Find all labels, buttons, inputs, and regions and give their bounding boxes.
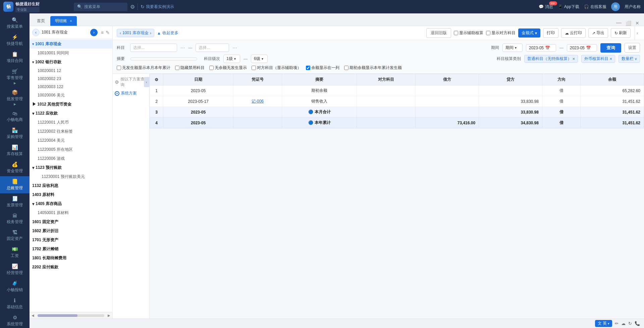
- subject-filter-input2[interactable]: 选择...: [196, 44, 229, 52]
- cb-no-amount[interactable]: 无发生额显示本月本年累计: [117, 65, 170, 71]
- filter-settings-label[interactable]: 按以下方案查询: [120, 76, 147, 88]
- window-maximize-btn[interactable]: ⬜: [624, 20, 633, 26]
- lang-switch-btn[interactable]: 文 英 ▾: [595, 320, 612, 327]
- tag1-remove-icon[interactable]: ×: [573, 56, 575, 61]
- col-voucher[interactable]: 凭证号: [233, 74, 282, 85]
- sidebar-item-search[interactable]: 🔍 搜索菜单: [0, 15, 30, 32]
- sidebar-item-expense[interactable]: 🧳 小畅报销: [0, 278, 30, 295]
- sidebar-item-funds[interactable]: 💰 资金管理: [0, 159, 30, 176]
- show-aux-checkbox[interactable]: 显示辅助核算: [454, 30, 483, 36]
- print-btn[interactable]: 打印: [543, 28, 558, 38]
- period-end-input[interactable]: 2023-05 📅: [567, 44, 597, 52]
- tree-item-1403[interactable]: 1403 原材料: [30, 190, 112, 199]
- status-edit-icon[interactable]: ✏: [615, 321, 619, 326]
- tree-item-1001[interactable]: ▾ 1001 库存现金: [30, 40, 112, 49]
- sidebar-item-retail[interactable]: 🛒 零售管理 ▶: [0, 66, 30, 87]
- tree-item-10020002[interactable]: 10020002 23: [30, 75, 112, 83]
- sidebar-item-mgmt[interactable]: 📈 经营管理: [0, 261, 30, 278]
- scheme-item-system[interactable]: ● 系统方案: [115, 90, 147, 96]
- tree-item-2202[interactable]: 2202 应付账款: [30, 263, 112, 272]
- tree-item-1602[interactable]: 1602 累计折旧: [30, 226, 112, 236]
- online-service-btn[interactable]: 🎧 在线客服: [584, 4, 606, 10]
- tab-detail[interactable]: 明细账 ×: [50, 16, 77, 26]
- sidebar-item-ecommerce[interactable]: 🛍 小畅电商: [0, 108, 30, 125]
- status-phone-icon[interactable]: 📞: [635, 321, 640, 326]
- status-sync-icon[interactable]: ↻: [628, 321, 632, 326]
- tree-item-1405[interactable]: ▾ 1405 库存商品: [30, 199, 112, 208]
- sidebar-item-inventory[interactable]: 📊 库存核算: [0, 142, 30, 159]
- tree-item-14050001[interactable]: 14050001 原材料: [30, 208, 112, 217]
- category-tag-3[interactable]: 数量栏 ∨: [619, 55, 640, 63]
- tree-item-1801[interactable]: 1801 长期待摊费用: [30, 254, 112, 263]
- tree-scroll-bar[interactable]: [38, 314, 104, 317]
- settings-icon[interactable]: ⚙: [130, 4, 135, 10]
- sidebar-item-assets[interactable]: 🏗 固定资产: [0, 227, 30, 244]
- sidebar-item-sysconfig[interactable]: ⚙ 系统管理: [0, 312, 30, 328]
- period-start-input[interactable]: 2023-05 📅: [526, 44, 556, 52]
- tree-item-10020001[interactable]: 10020001 12: [30, 67, 112, 75]
- message-btn[interactable]: 💬 消息 99+: [539, 4, 553, 10]
- level-end-select[interactable]: 6级 ▾: [251, 55, 268, 63]
- sidebar-item-purchase[interactable]: 🏪 采购管理: [0, 125, 30, 142]
- window-minimize-btn[interactable]: —: [614, 20, 624, 26]
- summary-input[interactable]: [130, 58, 197, 60]
- query-btn[interactable]: 查询: [600, 43, 621, 53]
- tree-item-1601[interactable]: 1601 固定资产: [30, 217, 112, 226]
- tree-item-10010001[interactable]: 10010001 同同同: [30, 49, 112, 58]
- sidebar-item-invoice[interactable]: 🧾 发票管理: [0, 193, 30, 210]
- tab-home[interactable]: 首页: [32, 16, 50, 26]
- sidebar-item-salary[interactable]: 💵 工资: [0, 244, 30, 261]
- tree-item-1012[interactable]: ▶ 1012 其他货币资金: [30, 100, 112, 109]
- tree-item-11220004[interactable]: 11220004 美元: [30, 136, 112, 145]
- period-type-select[interactable]: 期间 ▾: [502, 44, 523, 52]
- subject-tag[interactable]: ‹ 1001 库存现金 ›: [117, 29, 154, 37]
- app-download-btn[interactable]: 📱 App下载: [558, 4, 579, 10]
- window-close-btn[interactable]: ✕: [633, 20, 641, 26]
- status-cloud-icon[interactable]: ☁: [621, 321, 626, 326]
- tab-close-icon[interactable]: ×: [70, 19, 72, 23]
- account-edit-icon[interactable]: ✎: [106, 30, 110, 35]
- category-tag-2[interactable]: 外币核算科目 ×: [581, 55, 615, 63]
- tree-item-11220005[interactable]: 11220005 所在地区: [30, 145, 112, 154]
- tree-item-11220002[interactable]: 11220002 往来标签: [30, 127, 112, 136]
- tree-item-1701[interactable]: 1701 无形资产: [30, 236, 112, 245]
- tree-item-1002[interactable]: ▾ 1002 银行存款: [30, 58, 112, 67]
- cb-hide-disabled[interactable]: 隐藏禁用科目: [175, 65, 205, 71]
- filter-dots2[interactable]: ···: [232, 45, 237, 51]
- sidebar-item-wholesale[interactable]: 📦 批发管理 ▶: [0, 87, 30, 108]
- user-avatar[interactable]: 用: [611, 2, 620, 11]
- cloud-print-btn[interactable]: ☁ 云打印: [561, 28, 586, 38]
- show-contra-checkbox[interactable]: 显示对方科目: [486, 30, 516, 36]
- tree-item-11220001[interactable]: 11220001 人民币: [30, 118, 112, 127]
- col-gear[interactable]: ⚙: [150, 74, 163, 85]
- sidebar-item-quicknav[interactable]: ⚡ 快捷导航: [0, 32, 30, 49]
- col-contra[interactable]: 对方科目: [357, 74, 416, 85]
- col-credit[interactable]: 贷方: [479, 74, 542, 85]
- subject-filter-input[interactable]: 选择...: [130, 44, 177, 52]
- demo-link[interactable]: ↻ 我要看实例演示: [141, 4, 174, 10]
- panel-toggle-btn[interactable]: ‹: [635, 26, 640, 40]
- tag2-remove-icon[interactable]: ×: [609, 56, 612, 61]
- refresh-btn[interactable]: ↻ 刷新: [611, 28, 631, 38]
- cb-balance-col[interactable]: 余额显示在一列: [306, 65, 339, 71]
- col-summary[interactable]: 摘要: [282, 74, 357, 85]
- sidebar-item-tax[interactable]: 🏛 税务管理: [0, 210, 30, 227]
- row2-voucher[interactable]: 记-006: [233, 96, 282, 107]
- col-debit[interactable]: 借方: [416, 74, 479, 85]
- cb-no-balance[interactable]: 无余额无发生显示: [209, 65, 247, 71]
- sidebar-item-basic[interactable]: ℹ 基础信息: [0, 295, 30, 312]
- tree-item-1123[interactable]: ▾ 1123 预付账款: [30, 163, 112, 172]
- col-direction[interactable]: 方向: [542, 74, 580, 85]
- account-nav-prev[interactable]: ‹: [32, 29, 40, 36]
- expand-btn[interactable]: ▲ 收起更多: [157, 30, 178, 36]
- tree-item-1702[interactable]: 1702 累计摊销: [30, 245, 112, 254]
- tree-item-1132[interactable]: 1132 应收利息: [30, 181, 112, 190]
- category-tag-1[interactable]: 普通科目（无特殊核算） ×: [524, 55, 578, 63]
- tree-scroll-left[interactable]: ◀: [30, 314, 36, 317]
- tree-item-10020006[interactable]: 10020006 美元: [30, 91, 112, 100]
- return-old-btn[interactable]: 退回旧版: [426, 28, 451, 38]
- tree-item-1122[interactable]: ▾ 1122 应收款: [30, 109, 112, 118]
- account-nav-next[interactable]: ›: [90, 29, 98, 36]
- tree-item-11220006[interactable]: 11220006 游戏: [30, 154, 112, 163]
- sidebar-item-project[interactable]: 📋 项目合同: [0, 49, 30, 66]
